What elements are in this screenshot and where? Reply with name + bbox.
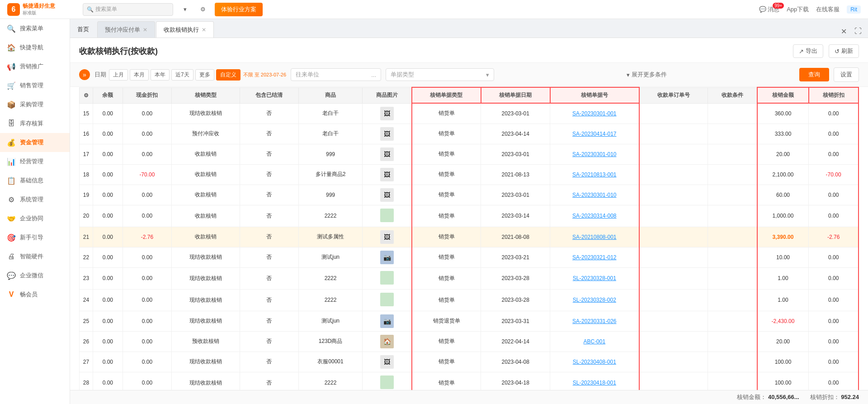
cell-verify-bill-no[interactable]: SL-20230328-001: [550, 267, 639, 289]
cell-verify-bill-type: 销货单: [412, 205, 481, 227]
tab-prepay-close[interactable]: ✕: [143, 27, 147, 33]
industry-btn[interactable]: 体验行业方案: [215, 3, 263, 16]
message-btn[interactable]: 💬 消息 99+: [759, 5, 780, 14]
filter-date-label: 日期: [94, 71, 106, 79]
expand-more-btn[interactable]: ▾ 展开更多条件: [627, 71, 667, 79]
refresh-icon: ↺: [835, 48, 840, 55]
cell-verify-bill-no[interactable]: SL-20230408-001: [550, 352, 639, 372]
online-service-btn[interactable]: 在线客服: [816, 5, 840, 14]
filter-date-this-month[interactable]: 本月: [130, 69, 149, 81]
sidebar: 🔍 搜索菜单 🏠 快捷导航 📢 营销推广 🛒 销售管理 📦 采购管理 🗄 库存核…: [0, 19, 70, 404]
sidebar-item-system[interactable]: ⚙ 系统管理: [0, 190, 70, 209]
sidebar-item-finance[interactable]: 💰 资金管理: [0, 133, 70, 152]
cell-verify-date: 2023-04-14: [481, 124, 550, 144]
sidebar-item-hardware[interactable]: 🖨 智能硬件: [0, 247, 70, 266]
cell-verify-type: 收款核销: [172, 185, 240, 205]
filter-counterpart[interactable]: 往来单位 ...: [291, 68, 381, 81]
cell-verify-bill-no[interactable]: SA-20230414-017: [550, 124, 639, 144]
cell-verify-amount: 1,000.00: [757, 205, 809, 227]
cell-verify-type: 现结收款核销: [172, 372, 240, 390]
sidebar-item-quicknav[interactable]: 🏠 快捷导航: [0, 38, 70, 57]
purchase-icon: 📦: [7, 100, 15, 109]
cell-verify-bill-no[interactable]: SA-20230301-001: [550, 103, 639, 124]
th-settings[interactable]: ⚙: [80, 87, 93, 103]
home-icon: 🏠: [7, 43, 15, 52]
cell-verify-bill-no[interactable]: SA-20230321-012: [550, 247, 639, 267]
filter-date-more[interactable]: 更多: [195, 69, 214, 81]
sidebar-item-member[interactable]: V 畅会员: [0, 285, 70, 304]
cell-include-cleared: 否: [240, 227, 299, 247]
cell-verify-bill-type: 销货单: [412, 289, 481, 311]
cell-verify-bill-no[interactable]: ABC-001: [550, 331, 639, 352]
user-info[interactable]: Rit: [847, 5, 861, 14]
table-row: 21 0.00 -2.76 收款核销 否 测试多属性 🖼 销货单 2021-08…: [80, 227, 859, 247]
cell-product-image: 🖼: [363, 164, 412, 185]
sidebar-item-sales[interactable]: 🛒 销售管理: [0, 76, 70, 95]
tab-receipts[interactable]: 收款核销执行 ✕: [156, 21, 214, 38]
tab-expand-btn[interactable]: ⛶: [852, 25, 864, 38]
tab-prepay[interactable]: 预付冲应付单 ✕: [97, 21, 155, 38]
settings-icon[interactable]: ⚙: [197, 3, 209, 16]
cell-receipt-order-no: [639, 311, 708, 331]
sidebar-item-search[interactable]: 🔍 搜索菜单: [0, 19, 70, 38]
filter-date-custom[interactable]: 自定义: [216, 69, 241, 81]
sidebar-item-guide[interactable]: 🎯 新手引导: [0, 228, 70, 247]
cell-verify-bill-no[interactable]: SL-20230328-002: [550, 289, 639, 311]
filter-date-this-year[interactable]: 本年: [151, 69, 170, 81]
cell-verify-bill-no[interactable]: SA-20210813-001: [550, 164, 639, 185]
table-row: 26 0.00 0.00 预收款核销 否 123D商品 🏠 销货单 2022-0…: [80, 331, 859, 352]
table-row: 25 0.00 0.00 现结收款核销 否 测试jun 📷 销货退货单 2023…: [80, 311, 859, 331]
filter-bill-type[interactable]: 单据类型 ▾: [386, 68, 494, 81]
cell-verify-amount: 2,100.00: [757, 164, 809, 185]
footer-spacer: [79, 393, 726, 401]
cell-balance: 0.00: [93, 144, 123, 164]
cell-cash-discount: 0.00: [123, 352, 171, 372]
app-logo: 6 畅捷通好生意 标准版: [7, 2, 77, 16]
cell-verify-bill-no[interactable]: SL-20230418-001: [550, 372, 639, 390]
export-btn[interactable]: ↗ 导出: [793, 44, 823, 58]
table-row: 18 0.00 -70.00 收款核销 否 多计量商品2 🖼 销货单 2021-…: [80, 164, 859, 185]
table-container[interactable]: ⚙ 余额 现金折扣 核销类型 包含已结清 商品 商品图片 核销单据类型 核销单据…: [70, 87, 868, 390]
cell-verify-bill-no[interactable]: SA-20210808-001: [550, 227, 639, 247]
cell-verify-bill-no[interactable]: SA-20230314-008: [550, 205, 639, 227]
filter-date-7days[interactable]: 近7天: [171, 69, 193, 81]
th-verify-bill-type: 核销单据类型: [412, 87, 481, 103]
filter-expand-btn[interactable]: »: [79, 69, 90, 80]
tab-receipts-close[interactable]: ✕: [202, 27, 206, 33]
cell-id: 27: [80, 352, 93, 372]
cell-verify-bill-type: 销货单: [412, 144, 481, 164]
sidebar-item-wechat[interactable]: 💬 企业微信: [0, 266, 70, 285]
cell-balance: 0.00: [93, 247, 123, 267]
cell-balance: 0.00: [93, 227, 123, 247]
cell-product: 测试jun: [298, 247, 363, 267]
query-btn[interactable]: 查询: [799, 68, 829, 81]
cell-verify-bill-no[interactable]: SA-20230331-026: [550, 311, 639, 331]
sidebar-item-purchase[interactable]: 📦 采购管理: [0, 95, 70, 114]
guide-icon: 🎯: [7, 233, 15, 242]
cell-verify-bill-type: 销货单: [412, 247, 481, 267]
tab-close-btn[interactable]: ✕: [837, 25, 850, 38]
cell-verify-type: 收款核销: [172, 164, 240, 185]
app-download-btn[interactable]: App下载: [787, 5, 809, 14]
cell-include-cleared: 否: [240, 124, 299, 144]
cell-receipt-condition: [708, 205, 757, 227]
refresh-btn[interactable]: ↺ 刷新: [829, 44, 859, 58]
filter-settings-btn[interactable]: 设置: [834, 67, 859, 82]
tab-home[interactable]: 首页: [70, 21, 96, 38]
cell-verify-bill-no[interactable]: SA-20230301-010: [550, 185, 639, 205]
sidebar-item-business[interactable]: 📊 经营管理: [0, 152, 70, 171]
cell-verify-bill-no[interactable]: SA-20230301-010: [550, 144, 639, 164]
cell-verify-discount: 0.00: [809, 124, 859, 144]
sidebar-item-inventory[interactable]: 🗄 库存核算: [0, 114, 70, 133]
cell-verify-discount: 0.00: [809, 267, 859, 289]
sidebar-item-collab[interactable]: 🤝 企业协同: [0, 209, 70, 228]
cell-balance: 0.00: [93, 103, 123, 124]
hardware-icon: 🖨: [7, 252, 15, 261]
cell-id: 22: [80, 247, 93, 267]
cell-balance: 0.00: [93, 352, 123, 372]
dropdown-icon[interactable]: ▾: [179, 3, 191, 16]
cell-include-cleared: 否: [240, 164, 299, 185]
filter-date-last-month[interactable]: 上月: [109, 69, 128, 81]
sidebar-item-marketing[interactable]: 📢 营销推广: [0, 57, 70, 76]
sidebar-item-basic[interactable]: 📋 基础信息: [0, 171, 70, 190]
